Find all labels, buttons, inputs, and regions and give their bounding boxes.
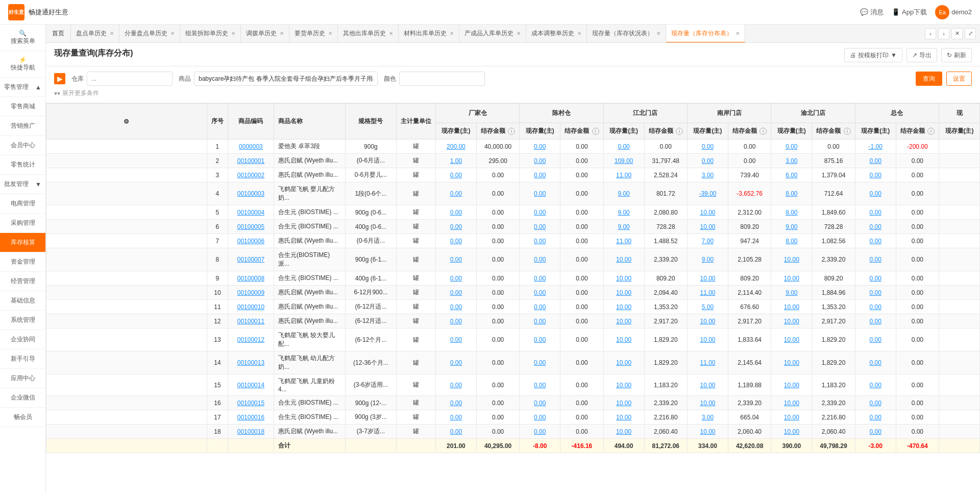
cell-jiangbei-qty: 10.00 bbox=[603, 314, 644, 328]
tab-prev-btn[interactable]: ‹ bbox=[925, 28, 936, 39]
sum-yubei-qty: 390.00 bbox=[771, 439, 812, 453]
cell-total-qty: 0.00 bbox=[855, 248, 896, 271]
nanan-amt-info[interactable]: i bbox=[760, 128, 767, 135]
refresh-btn[interactable]: ↻ 刷新 bbox=[941, 48, 972, 62]
tab-combo[interactable]: 组装拆卸单历史 ✕ bbox=[180, 25, 241, 43]
tab-close-stock-status[interactable]: ✕ bbox=[656, 31, 660, 36]
sidebar-item-wholesale[interactable]: 批发管理 ▼ bbox=[0, 175, 45, 194]
cell-jiangbei-qty: 10.00 bbox=[603, 248, 644, 271]
cell-settings[interactable] bbox=[46, 300, 207, 314]
sidebar-item-retail-mall[interactable]: 零售商城 bbox=[0, 97, 45, 116]
tab-close-transfer[interactable]: ✕ bbox=[280, 31, 284, 36]
settings-btn[interactable]: 设置 bbox=[946, 72, 972, 86]
cell-settings[interactable] bbox=[46, 410, 207, 425]
tab-close-branch-count[interactable]: ✕ bbox=[170, 31, 175, 36]
yubei-amt-info[interactable]: i bbox=[844, 128, 851, 135]
tab-branch-count[interactable]: 分量盘点单历史 ✕ bbox=[119, 25, 180, 43]
sidebar-item-appcenter[interactable]: 应用中心 bbox=[0, 369, 45, 388]
cell-jiangbei-qty: 0.00 bbox=[603, 139, 644, 154]
tab-close-other-out[interactable]: ✕ bbox=[389, 31, 393, 36]
cell-settings[interactable] bbox=[46, 220, 207, 234]
sidebar-item-wechat[interactable]: 企业微信 bbox=[0, 388, 45, 408]
cell-settings[interactable] bbox=[46, 248, 207, 271]
sidebar-item-retail-mgmt[interactable]: 零售管理 ▲ bbox=[0, 78, 45, 97]
factory-amt-info[interactable]: i bbox=[508, 128, 515, 135]
cell-settings[interactable] bbox=[46, 351, 207, 374]
cell-settings[interactable] bbox=[46, 314, 207, 328]
sidebar-item-member2[interactable]: 畅会员 bbox=[0, 408, 45, 427]
cell-settings[interactable] bbox=[46, 205, 207, 220]
tab-stock-count[interactable]: 盘点单历史 ✕ bbox=[71, 25, 119, 43]
sidebar-item-inventory[interactable]: 库存核算 bbox=[0, 233, 45, 252]
total-amt-info[interactable]: i bbox=[927, 128, 935, 135]
sidebar-item-enterprise[interactable]: 企业协同 bbox=[0, 330, 45, 349]
refresh-icon: ↻ bbox=[947, 52, 952, 59]
tab-close-cost-adj[interactable]: ✕ bbox=[577, 31, 581, 36]
tab-material-out[interactable]: 材料出库单历史 ✕ bbox=[399, 25, 459, 43]
sidebar-item-retail-stats[interactable]: 零售统计 bbox=[0, 155, 45, 175]
product-input[interactable] bbox=[194, 72, 378, 86]
tab-transfer[interactable]: 调拨单历史 ✕ bbox=[241, 25, 289, 43]
cell-settings[interactable] bbox=[46, 154, 207, 168]
cell-settings[interactable] bbox=[46, 168, 207, 182]
tab-close-request[interactable]: ✕ bbox=[328, 31, 332, 36]
tab-close-stock-count[interactable]: ✕ bbox=[110, 31, 114, 36]
expand-conditions-btn[interactable]: ▾▾ 展开更多条件 bbox=[54, 89, 972, 98]
warehouse-input[interactable] bbox=[87, 72, 173, 86]
app-download-btn[interactable]: 📱 App下载 bbox=[892, 8, 927, 17]
jiangbei-amt-info[interactable]: i bbox=[676, 128, 683, 135]
sidebar-item-quicknav[interactable]: ⚡ 快捷导航 bbox=[0, 51, 45, 78]
sidebar-item-search[interactable]: 🔍 搜索英单 bbox=[0, 25, 45, 51]
cell-nanan-amt: -3,652.76 bbox=[728, 182, 771, 205]
cell-settings[interactable] bbox=[46, 425, 207, 439]
message-btn[interactable]: 💬 消息 bbox=[860, 8, 884, 17]
collapse-btn[interactable]: ▶ bbox=[54, 73, 65, 84]
cell-settings[interactable] bbox=[46, 271, 207, 286]
cell-settings[interactable] bbox=[46, 286, 207, 300]
tab-other-out[interactable]: 其他出库单历史 ✕ bbox=[338, 25, 399, 43]
chencun-amt-info[interactable]: i bbox=[592, 128, 599, 135]
cell-settings[interactable] bbox=[46, 139, 207, 154]
cell-settings[interactable] bbox=[46, 182, 207, 205]
summary-label: 合计 bbox=[274, 439, 345, 453]
tab-close-material-out[interactable]: ✕ bbox=[450, 31, 454, 36]
tab-cost-adj[interactable]: 成本调整单历史 ✕ bbox=[526, 25, 587, 43]
sidebar-item-system[interactable]: 系统管理 bbox=[0, 311, 45, 330]
tab-finished-in[interactable]: 产成品入库单历史 ✕ bbox=[459, 25, 526, 43]
sidebar-item-member[interactable]: 会员中心 bbox=[0, 136, 45, 155]
sidebar-item-purchase[interactable]: 采购管理 bbox=[0, 214, 45, 233]
tab-home[interactable]: 首页 bbox=[46, 25, 71, 43]
cell-settings[interactable] bbox=[46, 374, 207, 396]
tab-expand-btn[interactable]: ⤢ bbox=[965, 28, 976, 39]
sidebar-item-ecommerce[interactable]: 电商管理 bbox=[0, 194, 45, 214]
cell-jiangbei-amt: 31,797.48 bbox=[644, 154, 687, 168]
sidebar-item-marketing[interactable]: 营销推广 bbox=[0, 116, 45, 136]
export-btn[interactable]: ↗ 导出 bbox=[906, 48, 937, 62]
tab-next-btn[interactable]: › bbox=[938, 28, 949, 39]
th-settings[interactable]: ⚙ bbox=[46, 104, 207, 139]
color-input[interactable] bbox=[399, 72, 485, 86]
cell-settings[interactable] bbox=[46, 328, 207, 351]
tab-close-all-btn[interactable]: ✕ bbox=[951, 28, 963, 39]
tab-close-finished-in[interactable]: ✕ bbox=[517, 31, 521, 36]
cell-settings[interactable] bbox=[46, 234, 207, 248]
page-title: 现存量查询(库存分布) bbox=[54, 48, 972, 59]
cell-extra-qty bbox=[939, 205, 980, 220]
cell-jiangbei-qty: 10.00 bbox=[603, 286, 644, 300]
tab-stock-status[interactable]: 现存量（库存状况表） ✕ bbox=[587, 25, 666, 43]
sidebar-item-finance[interactable]: 资金管理 bbox=[0, 252, 45, 272]
cell-settings[interactable] bbox=[46, 396, 207, 410]
query-btn[interactable]: 查询 bbox=[916, 72, 942, 86]
sidebar-item-guide[interactable]: 新手引导 bbox=[0, 349, 45, 369]
table-row: 9 00100008 合生元 (BIOSTIME) ... 400g (6-1.… bbox=[46, 271, 980, 286]
sidebar-item-operations[interactable]: 经营管理 bbox=[0, 272, 45, 291]
print-btn[interactable]: 🖨 按模板打印 ▼ bbox=[844, 48, 902, 62]
tab-stock-dist[interactable]: 现存量（库存分布表） ✕ bbox=[666, 25, 745, 43]
cell-nanan-amt: 739.40 bbox=[728, 168, 771, 182]
user-area[interactable]: Ea demo2 bbox=[935, 5, 972, 19]
tab-request[interactable]: 要货单历史 ✕ bbox=[289, 25, 338, 43]
tab-close-combo[interactable]: ✕ bbox=[231, 31, 235, 36]
cell-name: 合生元 (BIOSTIME) ... bbox=[274, 271, 345, 286]
sidebar-item-basics[interactable]: 基础信息 bbox=[0, 291, 45, 311]
tab-close-stock-dist[interactable]: ✕ bbox=[736, 31, 740, 36]
